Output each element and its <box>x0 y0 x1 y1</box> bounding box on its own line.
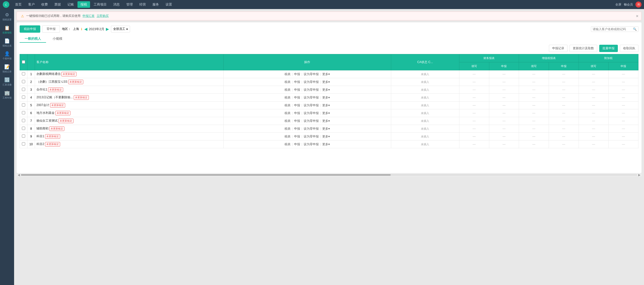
sidebar-item-tax-settings[interactable]: ⚙ 报税设置 <box>0 10 14 23</box>
retrieve-receipt-button[interactable]: 收取回执 <box>620 45 638 52</box>
op-zero-2[interactable]: 设为零申报 <box>304 88 319 91</box>
op-more-3[interactable]: 更多▾ <box>322 96 330 99</box>
select-all-checkbox[interactable] <box>22 60 25 64</box>
row-checkbox-1[interactable] <box>22 80 25 83</box>
scroll-right-icon[interactable]: ▶ <box>638 173 640 177</box>
op-tax-form-2[interactable]: 税表 <box>285 88 291 91</box>
nav-client[interactable]: 客户 <box>25 1 38 8</box>
banner-close-button[interactable]: ✕ <box>636 14 639 18</box>
op-more-1[interactable]: 更多▾ <box>322 80 330 84</box>
row-checkbox-0[interactable] <box>22 72 25 75</box>
next-month-button[interactable]: ▶ <box>106 27 109 31</box>
op-zero-7[interactable]: 设为零申报 <box>304 127 319 130</box>
search-input[interactable] <box>593 27 633 31</box>
op-declare-9[interactable]: 申报 <box>294 142 300 146</box>
row-checkbox-8[interactable] <box>22 134 25 138</box>
sidebar-item-annual-report[interactable]: 🏢 工商年报 <box>0 88 14 101</box>
op-declare-5[interactable]: 申报 <box>294 111 300 115</box>
tax-overview-icon: 📄 <box>4 38 10 44</box>
nav-billing[interactable]: 收费 <box>38 1 51 8</box>
op-more-4[interactable]: 更多▾ <box>322 104 330 107</box>
row-col-5-0: — <box>459 109 489 117</box>
staff-label: 全部员工 <box>113 27 125 31</box>
row-checkbox-5[interactable] <box>22 111 25 114</box>
nav-accounting[interactable]: 记账 <box>64 1 77 8</box>
search-icon[interactable]: 🔍 <box>633 27 637 31</box>
nav-operation[interactable]: 经营 <box>136 1 149 8</box>
op-tax-form-7[interactable]: 税表 <box>285 127 291 130</box>
op-zero-9[interactable]: 设为零申报 <box>304 142 319 146</box>
row-checkbox-2[interactable] <box>22 88 25 91</box>
op-tax-form-1[interactable]: 税表 <box>285 80 291 84</box>
sub-tab-general[interactable]: 一般的税人 <box>20 35 46 43</box>
sidebar-item-batch-tax[interactable]: 📋 批量报税 <box>0 23 14 36</box>
update-stats-button[interactable]: 更新统计及取数 <box>570 45 597 52</box>
op-more-2[interactable]: 更多▾ <box>322 88 330 91</box>
row-checkbox-4[interactable] <box>22 103 25 107</box>
op-declare-3[interactable]: 申报 <box>294 96 300 99</box>
user-avatar[interactable]: 用 <box>635 2 641 8</box>
op-declare-2[interactable]: 申报 <box>294 88 300 91</box>
prev-month-button[interactable]: ◀ <box>84 27 87 31</box>
op-declare-6[interactable]: 申报 <box>294 119 300 123</box>
op-more-9[interactable]: 更多▾ <box>322 142 330 146</box>
op-tax-form-8[interactable]: 税表 <box>285 135 291 138</box>
sidebar-item-annual-settle[interactable]: 🔢 汇算清缴 <box>0 75 14 88</box>
staff-selector[interactable]: 全部员工 ▾ <box>111 26 130 32</box>
op-zero-0[interactable]: 设为零申报 <box>304 72 319 76</box>
batch-report-button[interactable]: 批量申报 <box>599 45 618 52</box>
nav-tax[interactable]: 报税 <box>77 1 90 8</box>
sidebar-item-personal-tax[interactable]: 👤 个税申报 <box>0 49 14 62</box>
row-checkbox-6[interactable] <box>22 119 25 122</box>
op-zero-3[interactable]: 设为零申报 <box>304 96 319 99</box>
op-declare-8[interactable]: 申报 <box>294 135 300 138</box>
op-tax-form-9[interactable]: 税表 <box>285 142 291 146</box>
fullscreen-button[interactable]: 全屏 <box>615 3 621 7</box>
nav-invoice[interactable]: 票据 <box>51 1 64 8</box>
op-tax-form-4[interactable]: 税表 <box>285 104 291 107</box>
row-col-8-2: — <box>519 133 549 140</box>
nav-message[interactable]: 消息 <box>110 1 123 8</box>
row-checkbox-9[interactable] <box>22 142 25 146</box>
op-zero-6[interactable]: 设为零申报 <box>304 119 319 123</box>
op-tax-form-3[interactable]: 税表 <box>285 96 291 99</box>
buy-link[interactable]: 立即购买 <box>97 14 109 18</box>
op-tax-form-5[interactable]: 税表 <box>285 111 291 115</box>
sign-link[interactable]: 申报汇签 <box>83 14 95 18</box>
declaration-record-button[interactable]: 申报记录 <box>549 45 568 52</box>
sidebar-item-tax-overview[interactable]: 📄 报税总览 <box>0 36 14 49</box>
op-declare-0[interactable]: 申报 <box>294 72 300 76</box>
op-zero-4[interactable]: 设为零申报 <box>304 104 319 107</box>
op-tax-form-0[interactable]: 税表 <box>285 72 291 76</box>
op-tax-form-6[interactable]: 税表 <box>285 119 291 123</box>
op-zero-1[interactable]: 设为零申报 <box>304 80 319 84</box>
nav-management[interactable]: 管理 <box>123 1 136 8</box>
row-checkbox-7[interactable] <box>22 127 25 130</box>
scrollbar-thumb[interactable] <box>21 174 391 176</box>
op-more-8[interactable]: 更多▾ <box>322 135 330 138</box>
tab-zero-declaration[interactable]: 零申报 <box>42 25 60 33</box>
nav-business[interactable]: 工商项目 <box>91 1 110 8</box>
row-checkbox-3[interactable] <box>22 96 25 99</box>
op-declare-4[interactable]: 申报 <box>294 104 300 107</box>
op-zero-8[interactable]: 设为零申报 <box>304 135 319 138</box>
horizontal-scrollbar[interactable]: ◀ ▶ <box>17 173 641 176</box>
row-col-6-3: — <box>549 117 579 125</box>
op-more-5[interactable]: 更多▾ <box>322 111 330 115</box>
nav-service[interactable]: 服务 <box>149 1 162 8</box>
op-declare-7[interactable]: 申报 <box>294 127 300 130</box>
op-more-6[interactable]: 更多▾ <box>322 119 330 123</box>
op-declare-1[interactable]: 申报 <box>294 80 300 84</box>
upgrade-button[interactable]: 畅会员 <box>624 3 633 7</box>
th-report2: 申报 <box>549 62 579 70</box>
nav-home[interactable]: 首页 <box>12 1 25 8</box>
sub-tab-small[interactable]: 小规模 <box>48 35 67 43</box>
scroll-left-icon[interactable]: ◀ <box>18 173 20 177</box>
sidebar-item-tax-record[interactable]: 📝 报税记录 <box>0 62 14 75</box>
op-more-7[interactable]: 更多▾ <box>322 127 330 130</box>
tab-tax-declaration[interactable]: 税款申报 <box>20 25 40 33</box>
op-more-0[interactable]: 更多▾ <box>322 72 330 76</box>
op-zero-5[interactable]: 设为零申报 <box>304 111 319 115</box>
nav-settings[interactable]: 设置 <box>163 1 175 8</box>
row-col-9-0: — <box>459 140 489 148</box>
